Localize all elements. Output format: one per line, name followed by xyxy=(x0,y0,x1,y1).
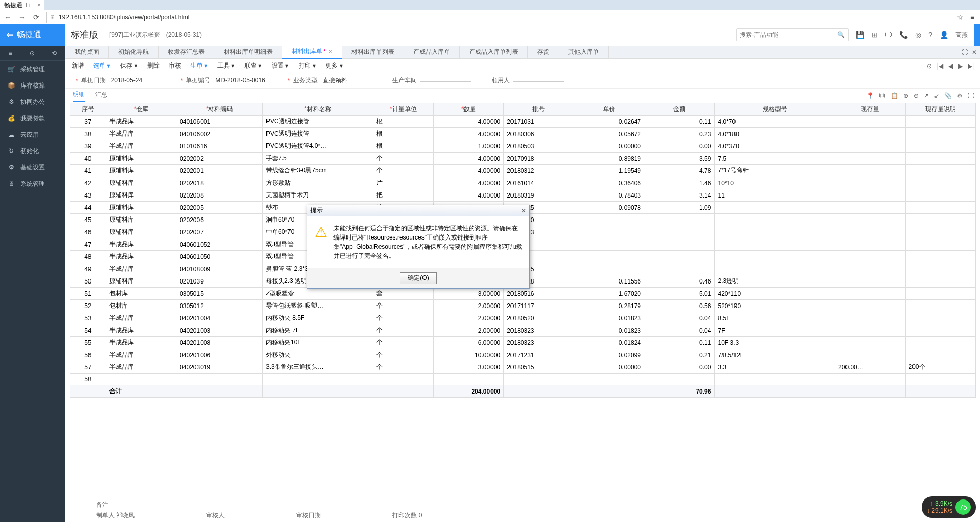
table-row[interactable]: 55半成品库040201008内移动夹10F个6.00000201803230.… xyxy=(70,337,976,349)
cell[interactable] xyxy=(644,251,715,263)
cell[interactable]: 原辅料库 xyxy=(106,275,176,288)
cell[interactable]: 41 xyxy=(70,165,106,177)
sidebar-item[interactable]: 💰我要贷款 xyxy=(0,110,65,126)
cell[interactable] xyxy=(905,189,975,202)
cell[interactable]: 7/8.5/12F xyxy=(715,349,835,361)
cell[interactable] xyxy=(905,116,975,128)
cell[interactable] xyxy=(715,263,835,275)
cell[interactable]: 1.46 xyxy=(644,177,715,189)
cell[interactable]: 根 xyxy=(373,128,433,140)
toolbar-button[interactable]: 新增 xyxy=(72,61,84,70)
table-row[interactable]: 40原辅料库0202002手套7.5个4.00000201709180.8981… xyxy=(70,153,976,165)
table-row[interactable]: 57半成品库0402030193.3带鲁尔三通接头…个3.00000201805… xyxy=(70,361,976,374)
cell[interactable]: 2.00000 xyxy=(433,300,503,312)
cell[interactable]: 个 xyxy=(373,300,433,312)
help-icon[interactable]: ? xyxy=(928,31,932,39)
cell[interactable]: 个 xyxy=(373,165,433,177)
sidebar-item[interactable]: 📦库存核算 xyxy=(0,77,65,94)
cell[interactable]: 45 xyxy=(70,214,106,226)
cell[interactable]: 4.00000 xyxy=(433,153,503,165)
cell[interactable]: PVC透明连接管 xyxy=(262,116,373,128)
sidebar-item[interactable]: 🛒采购管理 xyxy=(0,61,65,77)
cell[interactable]: 0.00 xyxy=(644,140,715,153)
cell[interactable]: 44 xyxy=(70,202,106,214)
doc-tab[interactable]: 材料出库单列表 xyxy=(342,46,404,59)
cell[interactable] xyxy=(644,238,715,251)
cell[interactable]: 3.14 xyxy=(644,189,715,202)
cell[interactable] xyxy=(835,263,905,275)
cell[interactable] xyxy=(905,140,975,153)
cell[interactable]: 0.02099 xyxy=(574,349,644,361)
cell[interactable] xyxy=(905,374,975,385)
cell[interactable]: PVC透明连接管4.0*… xyxy=(262,140,373,153)
monitor-icon[interactable]: 🖵 xyxy=(885,31,892,39)
table-row[interactable]: 42原辅料库0202018方形敷贴片4.00000201610140.36406… xyxy=(70,177,976,189)
cell[interactable]: 520*190 xyxy=(715,300,835,312)
cell[interactable]: 0202005 xyxy=(176,202,263,214)
cell[interactable]: 58 xyxy=(70,374,106,385)
cell[interactable]: 46 xyxy=(70,226,106,238)
toolbar-button[interactable]: 删除 xyxy=(147,61,160,70)
column-header[interactable]: *材料编码 xyxy=(176,103,263,116)
cell[interactable] xyxy=(715,202,835,214)
cell[interactable]: 3.00000 xyxy=(433,288,503,300)
cell[interactable]: 20170918 xyxy=(504,153,574,165)
cell[interactable]: 10F 3.3 xyxy=(715,337,835,349)
cell[interactable] xyxy=(715,226,835,238)
cell[interactable] xyxy=(835,275,905,288)
cell[interactable]: 原辅料库 xyxy=(106,165,176,177)
no-input[interactable]: MD-2018-05-0016 xyxy=(213,76,267,85)
cell[interactable]: 0.02647 xyxy=(574,116,644,128)
cell[interactable]: 内移动夹 8.5F xyxy=(262,312,373,324)
cell[interactable]: 4.00000 xyxy=(433,177,503,189)
cell[interactable]: 5.01 xyxy=(644,288,715,300)
menu-icon[interactable]: ≡ xyxy=(9,50,12,57)
cell[interactable]: 0202001 xyxy=(176,165,263,177)
doc-tab[interactable]: 存货 xyxy=(528,46,559,59)
cell[interactable]: 0.04 xyxy=(644,324,715,337)
cell[interactable]: 20180323 xyxy=(504,324,574,337)
cell[interactable] xyxy=(176,374,263,385)
cell[interactable]: 半成品库 xyxy=(106,263,176,275)
delete-row-icon[interactable]: ⊖ xyxy=(914,92,919,99)
table-row[interactable]: 53半成品库040201004内移动夹 8.5F个2.0000020180520… xyxy=(70,312,976,324)
attach-icon[interactable]: 📎 xyxy=(944,92,952,99)
cell[interactable] xyxy=(905,238,975,251)
close-icon[interactable]: ✕ xyxy=(521,207,526,214)
export-icon[interactable]: ↗ xyxy=(924,92,929,99)
toolbar-button[interactable]: 打印 ▼ xyxy=(299,61,317,70)
cell[interactable]: 11 xyxy=(715,189,835,202)
cell[interactable] xyxy=(905,337,975,349)
subtab-summary[interactable]: 汇总 xyxy=(95,91,107,101)
cell[interactable] xyxy=(905,128,975,140)
cell[interactable]: 040108009 xyxy=(176,263,263,275)
cell[interactable]: 个 xyxy=(373,324,433,337)
cell[interactable]: 无菌塑柄手术刀 xyxy=(262,189,373,202)
phone-icon[interactable]: 📞 xyxy=(899,31,908,39)
cell[interactable]: 0.11556 xyxy=(574,275,644,288)
toolbar-button[interactable]: 生单 ▼ xyxy=(190,61,208,70)
person-input[interactable] xyxy=(513,79,564,82)
cell[interactable]: 40 xyxy=(70,153,106,165)
cell[interactable]: 半成品库 xyxy=(106,312,176,324)
cell[interactable]: 0.23 xyxy=(644,128,715,140)
cell[interactable]: 0305015 xyxy=(176,288,263,300)
doc-tab[interactable]: 其他入库单 xyxy=(559,46,609,59)
prev-icon[interactable]: ◀ xyxy=(948,62,953,70)
cell[interactable] xyxy=(835,165,905,177)
toolbar-button[interactable]: 审核 xyxy=(169,61,181,70)
cell[interactable]: 内移动夹10F xyxy=(262,337,373,349)
cell[interactable]: 0202007 xyxy=(176,226,263,238)
cell[interactable]: 内移动夹 7F xyxy=(262,324,373,337)
cell[interactable]: 3.3 xyxy=(715,361,835,374)
cell[interactable]: 4.00000 xyxy=(433,189,503,202)
cell[interactable] xyxy=(835,324,905,337)
user-icon[interactable]: 👤 xyxy=(940,31,948,39)
column-header[interactable]: 批号 xyxy=(504,103,574,116)
cell[interactable]: 20180323 xyxy=(504,337,574,349)
toolbar-button[interactable]: 更多 ▼ xyxy=(325,61,343,70)
cell[interactable]: 2.3透明 xyxy=(715,275,835,288)
cell[interactable]: 导管包纸塑袋-吸塑… xyxy=(262,300,373,312)
cell[interactable]: 20161014 xyxy=(504,177,574,189)
cell[interactable]: 48 xyxy=(70,251,106,263)
